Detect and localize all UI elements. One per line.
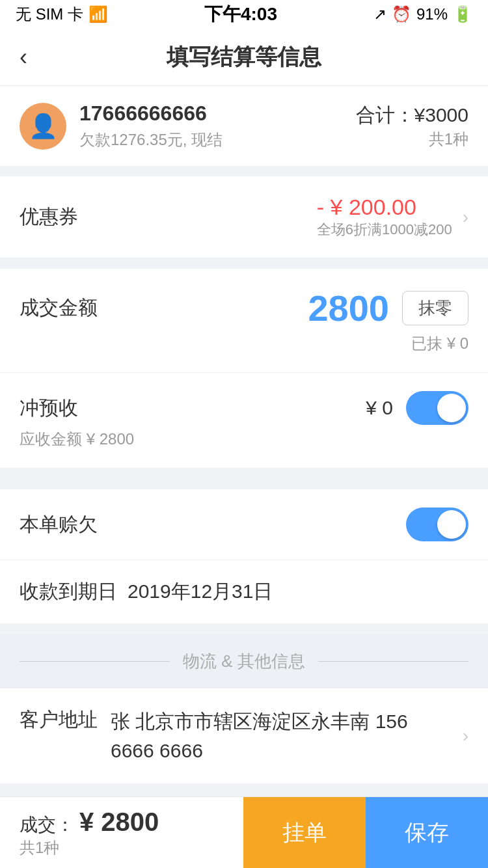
total-count: 共1种: [356, 129, 468, 150]
customer-phone: 17666666666: [79, 102, 223, 126]
deal-amount-section: 成交金额 2800 抹零 已抹 ¥ 0: [0, 269, 488, 373]
customer-right: 合计：¥3000 共1种: [356, 102, 468, 150]
address-label: 客户地址: [20, 707, 98, 733]
wifi-icon: 📶: [88, 5, 108, 23]
deal-row: 成交金额 2800 抹零: [20, 287, 468, 329]
deal-right: 2800 抹零: [308, 287, 468, 329]
deal-sub-text: 已抹 ¥ 0: [20, 333, 468, 354]
status-bar: 无 SIM 卡 📶 下午4:03 ↗ ⏰ 91% 🔋: [0, 0, 488, 29]
credit-section: 本单赊欠: [0, 489, 488, 560]
coupon-desc: 全场6折满1000减200: [317, 220, 452, 239]
deal-amount-value: 2800: [308, 287, 389, 329]
due-date-row: 收款到期日 2019年12月31日: [20, 578, 468, 605]
logistics-divider-text: 物流 & 其他信息: [183, 650, 305, 673]
credit-label: 本单赊欠: [20, 511, 98, 538]
divider-line-right: [318, 661, 468, 662]
customer-left: 👤 17666666666 欠款1276.35元, 现结: [20, 102, 223, 150]
divider-line-left: [20, 661, 170, 662]
section-divider-1: [0, 258, 488, 269]
deal-amount-label: 成交金额: [20, 295, 98, 321]
coupon-right: - ¥ 200.00 全场6折满1000减200 ›: [317, 195, 468, 239]
credit-toggle-knob: [437, 510, 466, 539]
status-left: 无 SIM 卡 📶: [16, 4, 108, 25]
battery-label: 91%: [416, 5, 448, 23]
avatar: 👤: [20, 103, 66, 150]
sim-label: 无 SIM 卡: [16, 4, 83, 25]
summary-deal-row: 成交： ¥ 2800: [20, 807, 224, 837]
content-area: 👤 17666666666 欠款1276.35元, 现结 合计：¥3000 共1…: [0, 86, 488, 868]
due-date-label: 收款到期日: [20, 578, 117, 605]
coupon-label: 优惠券: [20, 204, 78, 230]
coupon-chevron-icon: ›: [463, 207, 468, 228]
toggle-knob: [437, 394, 466, 422]
alarm-icon: ⏰: [392, 5, 411, 23]
summary-label: 成交：: [20, 813, 74, 837]
customer-debt: 欠款1276.35元, 现结: [79, 129, 223, 150]
save-button[interactable]: 保存: [366, 797, 488, 869]
address-section[interactable]: 客户地址 张 北京市市辖区海淀区永丰南 156 6666 6666 ›: [0, 688, 488, 783]
battery-icon: 🔋: [453, 5, 472, 23]
coupon-amount: - ¥ 200.00: [317, 195, 452, 220]
prepay-right: ¥ 0: [366, 391, 468, 425]
due-date-value: 2019年12月31日: [128, 578, 273, 605]
prepay-toggle[interactable]: [406, 391, 468, 425]
summary-info: 成交： ¥ 2800 共1种: [0, 807, 243, 858]
page-title: 填写结算等信息: [167, 42, 321, 72]
address-value: 张 北京市市辖区海淀区永丰南 156 6666 6666: [111, 707, 450, 765]
summary-count: 共1种: [20, 837, 224, 858]
status-time: 下午4:03: [204, 2, 277, 27]
prepay-row: 冲预收 ¥ 0: [20, 391, 468, 425]
address-chevron-icon: ›: [463, 726, 468, 746]
header: ‹ 填写结算等信息: [0, 29, 488, 86]
round-button[interactable]: 抹零: [402, 291, 468, 325]
status-right: ↗ ⏰ 91% 🔋: [373, 5, 472, 23]
due-date-section: 收款到期日 2019年12月31日: [0, 560, 488, 624]
customer-info: 17666666666 欠款1276.35元, 现结: [79, 102, 223, 150]
total-amount: 合计：¥3000: [356, 102, 468, 129]
bottom-bar: 成交： ¥ 2800 共1种 挂单 保存: [0, 796, 488, 868]
customer-card: 👤 17666666666 欠款1276.35元, 现结 合计：¥3000 共1…: [0, 86, 488, 166]
section-divider-2: [0, 468, 488, 479]
prepay-amount: ¥ 0: [366, 397, 393, 419]
logistics-divider: 物流 & 其他信息: [0, 634, 488, 688]
prepay-label: 冲预收: [20, 395, 78, 422]
summary-amount: ¥ 2800: [79, 807, 159, 837]
back-button[interactable]: ‹: [20, 44, 27, 71]
location-icon: ↗: [373, 5, 386, 23]
coupon-row[interactable]: 优惠券 - ¥ 200.00 全场6折满1000减200 ›: [0, 176, 488, 258]
prepayment-section: 冲预收 ¥ 0 应收金额 ¥ 2800: [0, 373, 488, 468]
prepay-sub-text: 应收金额 ¥ 2800: [20, 429, 468, 450]
hold-button[interactable]: 挂单: [243, 797, 366, 869]
credit-toggle[interactable]: [406, 508, 468, 541]
